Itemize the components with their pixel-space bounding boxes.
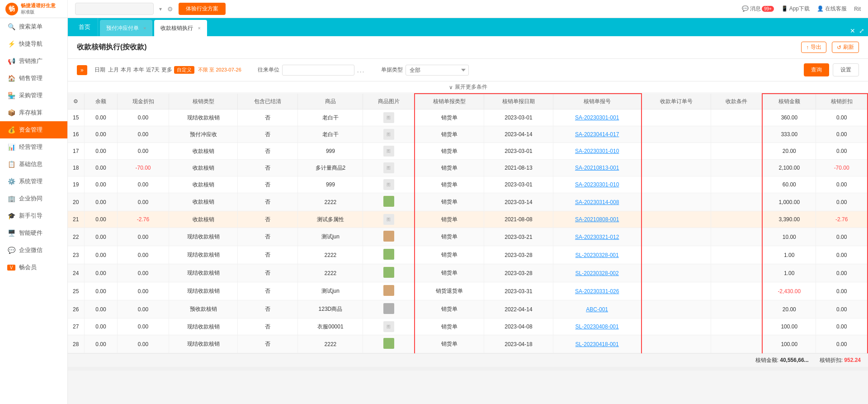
tab-cancel-close[interactable]: × [198,25,200,31]
tab-prepay[interactable]: 预付冲应付单 × [100,20,152,36]
sidebar-item-inventory[interactable]: 📦 库存核算 [0,104,67,121]
bill-no-link[interactable]: SA-20230331-026 [575,288,619,295]
settings-button[interactable]: 设置 [833,63,859,76]
export-button[interactable]: ↑ 导出 [801,42,826,53]
sidebar-item-operations[interactable]: 📊 经营管理 [0,138,67,156]
bill-no-link[interactable]: SA-20230301-010 [575,181,619,188]
content-area: 首页 预付冲应付单 × 收款核销执行 × ✕ ⤢ 收款核销执行(按收款) ↑ [68,18,868,404]
sidebar-item-system[interactable]: ⚙️ 系统管理 [0,173,67,190]
bill-no-link[interactable]: SA-20230301-010 [575,148,619,154]
trial-button[interactable]: 体验行业方案 [179,3,226,15]
settings-gear-icon[interactable]: ⚙ [167,5,173,13]
tab-prepay-label: 预付冲应付单 [106,24,139,32]
bill-no-link[interactable]: SL-20230418-001 [576,341,619,347]
tab-maximize-btn[interactable]: ⤢ [859,27,864,34]
sidebar-item-wechat[interactable]: 💬 企业微信 [0,242,67,259]
query-button[interactable]: 查询 [804,63,829,76]
sidebar-item-marketing[interactable]: 📢 营销推广 [0,52,67,70]
bill-no-link[interactable]: SL-20230328-002 [576,270,619,276]
bill-no-link[interactable]: SA-20230414-017 [575,131,619,138]
sidebar-item-member[interactable]: V 畅会员 [0,259,67,276]
app-version: 标准版 [21,9,56,15]
top-bar-center: ▾ ⚙ 体验行业方案 [68,3,742,15]
logo-icon: 畅 [5,3,18,15]
bill-no-link[interactable]: SA-20230301-001 [575,114,619,121]
table-row: 160.000.00预付冲应收否老白干图销货单2023-04-14SA-2023… [68,126,868,143]
bill-no-link[interactable]: SL-20230328-001 [576,252,619,258]
date-7days[interactable]: 近7天 [146,66,160,74]
table-row: 190.000.00收款核销否999图销货单2023-03-01SA-20230… [68,176,868,193]
sidebar-item-basic-info[interactable]: 📋 基础信息 [0,156,67,173]
partner-input[interactable] [282,65,354,76]
bill-no-link[interactable]: SA-20230321-012 [575,234,619,240]
expand-more-button[interactable]: ∨ 展开更多条件 [449,83,487,91]
bill-type-select[interactable]: 全部 销货单 销货退货单 [406,65,469,76]
col-cancel-discount: 核销折扣 [816,94,868,109]
footer-cancel-amount: 核销金额: 40,556,66... [755,356,809,364]
main-layout: 🔍 搜索菜单 ⚡ 快捷导航 📢 营销推广 🏠 销售管理 🏪 采购管理 📦 库存核… [0,18,868,404]
sidebar-item-guide[interactable]: 🎓 新手引导 [0,207,67,224]
date-custom-btn[interactable]: 自定义 [174,66,194,74]
tab-close-window-btn[interactable]: ✕ [850,27,855,34]
tab-home[interactable]: 首页 [71,18,98,36]
date-range-display: 不限 至 2023-07-26 [198,67,241,73]
marketing-icon: 📢 [7,57,15,65]
bill-no-link[interactable]: ABC-001 [586,306,608,313]
bill-no-link[interactable]: SA-20210808-001 [575,216,619,223]
table-body: 150.000.00现结收款核销否老白干图销货单2023-03-01SA-202… [68,109,868,353]
filter-expand-button[interactable]: » [77,65,87,75]
tab-bar: 首页 预付冲应付单 × 收款核销执行 × ✕ ⤢ [68,18,868,36]
sidebar-label-operations: 经营管理 [19,143,42,151]
page-header: 收款核销执行(按收款) ↑ 导出 ↺ 刷新 [68,36,868,59]
tab-bar-right: ✕ ⤢ [850,27,864,36]
app-download-link[interactable]: 📱 App下载 [781,5,810,13]
table-row: 230.000.00现结收款核销否2222销货单2023-03-28SL-202… [68,246,868,264]
table-row: 250.000.00现结收款核销否测试jun销货退货单2023-03-31SA-… [68,282,868,300]
sidebar-item-collab[interactable]: 🏢 企业协同 [0,190,67,207]
footer-cancel-discount: 核销折扣: 952.24 [820,356,861,364]
app-name: 畅捷通谱好生意 [21,2,56,9]
table-row: 240.000.00现结收款核销否2222销货单2023-03-28SL-202… [68,264,868,282]
data-table: ⚙ 余额 现金折扣 核销类型 包含已结清 商品 商品图片 核销单报类型 核销单报… [68,93,868,353]
refresh-button[interactable]: ↺ 刷新 [832,42,859,53]
date-label: 日期 [94,66,105,74]
message-icon-area[interactable]: 💬 消息99+ [742,5,774,13]
sidebar-label-guide: 新手引导 [19,212,42,220]
date-more[interactable]: 更多 [161,66,172,74]
purchase-icon: 🏪 [7,92,15,99]
sidebar-label-inventory: 库存核算 [19,109,42,117]
date-this-month[interactable]: 本月 [121,66,132,74]
bill-no-link[interactable]: SL-20230408-001 [576,323,619,330]
col-cash-discount: 现金折扣 [118,94,169,109]
sidebar-item-finance[interactable]: 💰 资金管理 [0,121,67,138]
col-gear[interactable]: ⚙ [68,94,84,109]
horizontal-scrollbar[interactable] [68,367,868,371]
date-prev-month[interactable]: 上月 [108,66,119,74]
table-row: 150.000.00现结收款核销否老白干图销货单2023-03-01SA-202… [68,109,868,126]
bill-no-link[interactable]: SA-20210813-001 [575,165,619,171]
sidebar-item-purchase[interactable]: 🏪 采购管理 [0,87,67,104]
partner-dots-btn[interactable]: ... [357,67,365,74]
sidebar-item-search[interactable]: 🔍 搜索菜单 [0,18,67,35]
sidebar-label-marketing: 营销推广 [19,57,42,65]
filter-bar: » 日期 上月 本月 本年 近7天 更多 自定义 不限 至 2023-07-26… [68,59,868,81]
sidebar-item-hardware[interactable]: 🖥️ 智能硬件 [0,224,67,242]
refresh-icon: ↺ [837,44,841,51]
col-cancel-type: 核销类型 [169,94,238,109]
bill-type-label: 单据类型 [381,66,403,74]
sidebar-item-sales[interactable]: 🏠 销售管理 [0,70,67,87]
date-this-year[interactable]: 本年 [133,66,144,74]
col-cancel-amount: 核销金额 [762,94,816,109]
tab-prepay-close[interactable]: × [143,25,146,31]
sidebar-item-nav[interactable]: ⚡ 快捷导航 [0,35,67,52]
member-icon: V [7,265,15,271]
bill-no-link[interactable]: SA-20230314-008 [575,199,619,205]
dropdown-arrow[interactable]: ▾ [159,6,162,12]
tab-cancel[interactable]: 收款核销执行 × [154,20,207,36]
table-row: 170.000.00收款核销否999图销货单2023-03-01SA-20230… [68,143,868,160]
sidebar-label-nav: 快捷导航 [19,40,42,48]
online-service-link[interactable]: 👤 在线客服 [817,5,847,13]
table-row: 210.00-2.76收款核销否测试多属性图销货单2021-08-08SA-20… [68,211,868,228]
partner-label: 往来单位 [258,66,279,74]
table-container: ⚙ 余额 现金折扣 核销类型 包含已结清 商品 商品图片 核销单报类型 核销单报… [68,93,868,371]
